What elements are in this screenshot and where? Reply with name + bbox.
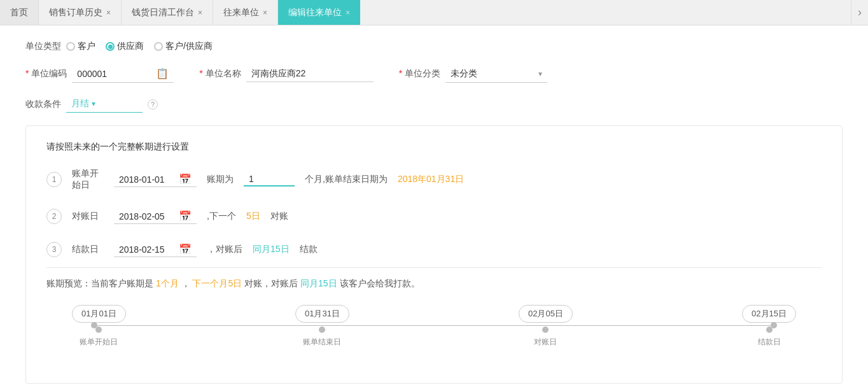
- timeline-node-4: [766, 327, 773, 333]
- unit-type-label: 单位类型: [25, 41, 61, 52]
- payment-arrow-icon: ▾: [92, 99, 95, 108]
- start-date-input-wrap: 📅: [114, 172, 197, 187]
- timeline-badge-1: 01月01日: [72, 305, 126, 323]
- tab-edit-partner-close[interactable]: ×: [346, 8, 350, 17]
- timeline-item-4: 02月15日 结款日: [742, 305, 796, 348]
- timeline-label-1: 账单开始日: [80, 337, 118, 348]
- unit-type-row: 单位类型 客户 供应商 客户/供应商: [25, 41, 843, 52]
- unit-class-arrow-icon: ▾: [538, 69, 542, 78]
- preview-part2: 下一个月5日: [192, 278, 242, 288]
- tab-sales-history[interactable]: 销售订单历史 ×: [39, 0, 122, 25]
- tab-more-button[interactable]: ›: [851, 0, 868, 25]
- row-label-3: 结款日: [72, 244, 104, 255]
- panel-divider: [46, 267, 822, 268]
- radio-customer[interactable]: 客户: [66, 41, 95, 52]
- unit-class-value: 未分类: [451, 68, 477, 80]
- tab-cash-work[interactable]: 钱货日清工作台 ×: [122, 0, 213, 25]
- timeline-item-1: 01月01日 账单开始日: [72, 305, 126, 348]
- payment-select[interactable]: 月结 ▾: [66, 95, 143, 113]
- row-label-2: 对账日: [72, 211, 104, 222]
- tab-cash-work-close[interactable]: ×: [198, 8, 202, 17]
- tab-edit-partner[interactable]: 编辑往来单位 ×: [278, 0, 360, 25]
- timeline-label-2: 账单结束日: [303, 337, 341, 348]
- unit-code-input[interactable]: [77, 69, 153, 79]
- payment-date-calendar-icon[interactable]: 📅: [179, 243, 192, 255]
- help-icon[interactable]: ?: [148, 99, 158, 109]
- radio-supplier-label: 供应商: [117, 41, 144, 52]
- unit-name-input[interactable]: [246, 66, 374, 82]
- copy-icon[interactable]: 📋: [156, 67, 169, 80]
- period-input[interactable]: [249, 174, 287, 184]
- preview-label: 账期预览：当前客户账期是: [46, 278, 153, 288]
- config-row-1: 1 账单开始日 📅 账期为 个月,账单结束日期为 2018年01月31日: [46, 168, 822, 191]
- reconcile-date-input[interactable]: [119, 211, 176, 222]
- radio-customer-label: 客户: [78, 41, 95, 52]
- row-3-highlight: 同月15日: [253, 244, 290, 255]
- tab-partner[interactable]: 往来单位 ×: [213, 0, 278, 25]
- row-num-3: 3: [46, 242, 62, 257]
- row-1-date-highlight: 2018年01月31日: [398, 174, 464, 185]
- row-2-desc-prefix: ,下一个: [207, 211, 236, 222]
- timeline-node-1: [95, 327, 102, 333]
- preview-part1: 1个月: [156, 278, 179, 288]
- radio-supplier[interactable]: 供应商: [106, 41, 144, 52]
- start-date-calendar-icon[interactable]: 📅: [179, 173, 192, 185]
- timeline-date-2: 01月31日: [305, 309, 340, 318]
- row-3-desc-suffix: 结款: [300, 244, 318, 255]
- unit-code-input-wrap: 📋: [72, 65, 174, 83]
- row-num-1: 1: [46, 172, 62, 187]
- row-2-desc-suffix: 对账: [270, 211, 288, 222]
- unit-code-group: 单位编码 📋: [25, 65, 174, 83]
- row-1-desc-prefix: 账期为: [207, 174, 234, 185]
- tab-partner-label: 往来单位: [223, 7, 259, 18]
- reconcile-date-calendar-icon[interactable]: 📅: [179, 210, 192, 222]
- tab-home[interactable]: 首页: [0, 0, 39, 25]
- row-label-1: 账单开始日: [72, 168, 104, 191]
- row-1-desc-suffix: 个月,账单结束日期为: [305, 174, 388, 185]
- main-content: 单位类型 客户 供应商 客户/供应商 单位编码: [0, 25, 868, 387]
- preview-middle: 对账，对账后: [244, 278, 298, 288]
- tab-cash-work-label: 钱货日清工作台: [132, 7, 194, 18]
- radio-both[interactable]: 客户/供应商: [154, 41, 213, 52]
- tab-partner-close[interactable]: ×: [263, 8, 267, 17]
- payment-row: 收款条件 月结 ▾ ?: [25, 95, 843, 113]
- payment-label: 收款条件: [25, 99, 61, 110]
- chevron-right-icon: ›: [858, 6, 862, 19]
- timeline-badge-4: 02月15日: [742, 305, 796, 323]
- timeline-line: [97, 325, 771, 326]
- row-2-highlight: 5日: [246, 211, 260, 222]
- radio-both-circle: [154, 42, 163, 51]
- payment-date-input-wrap: 📅: [114, 242, 197, 257]
- row-num-2: 2: [46, 209, 62, 224]
- preview-section: 账期预览：当前客户账期是 1个月 ， 下一个月5日 对账，对账后 同月15日 该…: [46, 278, 822, 348]
- preview-comma1: ，: [181, 278, 190, 288]
- payment-date-input[interactable]: [119, 244, 176, 255]
- panel-title: 请按照未来的一个完整帐期进行设置: [46, 141, 822, 153]
- radio-supplier-circle: [106, 42, 115, 51]
- preview-text: 账期预览：当前客户账期是 1个月 ， 下一个月5日 对账，对账后 同月15日 该…: [46, 278, 822, 290]
- config-row-2: 2 对账日 📅 ,下一个 5日 对账: [46, 209, 822, 224]
- row-3-desc-prefix: ，对账后: [207, 244, 242, 255]
- preview-part3: 同月15日: [300, 278, 337, 288]
- config-row-3: 3 结款日 📅 ，对账后 同月15日 结款: [46, 242, 822, 257]
- radio-customer-circle: [66, 42, 75, 51]
- tab-sales-history-label: 销售订单历史: [49, 7, 102, 18]
- timeline-badge-2: 01月31日: [295, 305, 349, 323]
- timeline-date-4: 02月15日: [752, 309, 787, 318]
- config-panel: 请按照未来的一个完整帐期进行设置 1 账单开始日 📅 账期为 个月,账单结束日期…: [25, 125, 843, 384]
- timeline-badge-3: 02月05日: [519, 305, 573, 323]
- unit-class-group: 单位分类 未分类 ▾: [399, 66, 547, 83]
- timeline-node-2: [319, 327, 325, 333]
- unit-class-label: 单位分类: [399, 68, 440, 80]
- unit-code-label: 单位编码: [25, 68, 67, 80]
- tab-home-label: 首页: [10, 7, 28, 18]
- timeline-item-3: 02月05日 对账日: [519, 305, 573, 348]
- unit-class-select[interactable]: 未分类 ▾: [445, 66, 547, 83]
- tab-sales-history-close[interactable]: ×: [106, 8, 111, 17]
- preview-end: 该客户会给我打款。: [340, 278, 420, 288]
- start-date-input[interactable]: [119, 174, 176, 185]
- tab-bar: 首页 销售订单历史 × 钱货日清工作台 × 往来单位 × 编辑往来单位 × ›: [0, 0, 868, 25]
- reconcile-date-input-wrap: 📅: [114, 209, 197, 224]
- unit-info-row: 单位编码 📋 单位名称 单位分类 未分类 ▾: [25, 65, 843, 83]
- unit-type-group: 单位类型 客户 供应商 客户/供应商: [25, 41, 213, 52]
